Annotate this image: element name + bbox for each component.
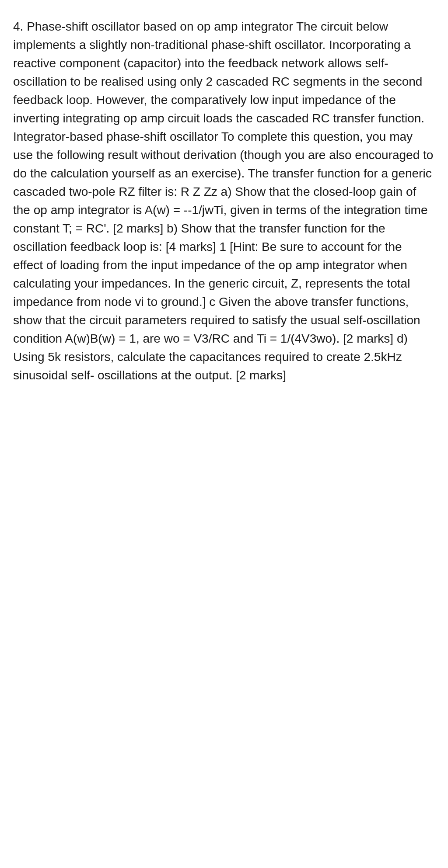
main-content: 4. Phase-shift oscillator based on op am…	[13, 17, 435, 385]
main-paragraph: 4. Phase-shift oscillator based on op am…	[13, 17, 435, 385]
